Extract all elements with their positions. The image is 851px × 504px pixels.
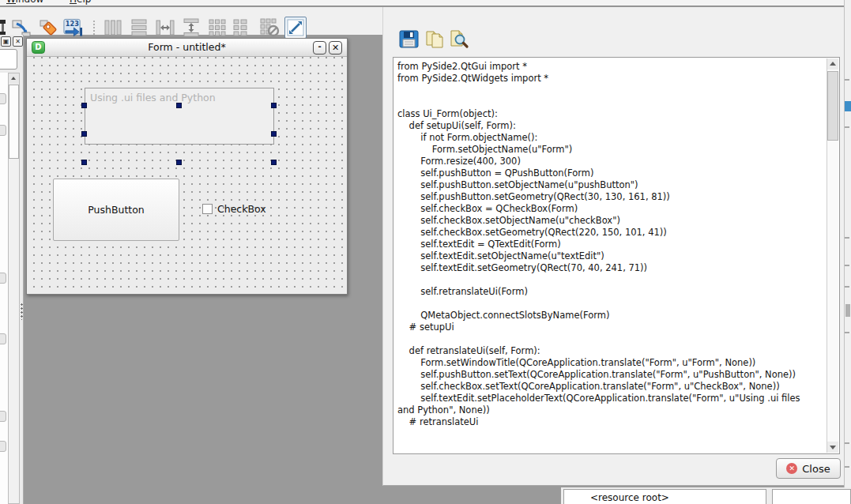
row-edge [845, 126, 849, 128]
close-icon: ✕ [786, 463, 797, 474]
selection-handle-nw[interactable] [81, 103, 87, 108]
menu-bar: Window Help [0, 0, 851, 6]
widget-category-item[interactable] [0, 333, 6, 344]
selection-handle-w[interactable] [81, 131, 87, 137]
layout-horizontal-glyph [104, 18, 122, 37]
widget-box-panel: ▣ ✕ [0, 35, 24, 504]
code-text: from PySide2.QtGui import * from PySide2… [397, 61, 823, 428]
resource-browser-panel: <resource root> [561, 487, 851, 504]
scroll-up-icon[interactable] [827, 58, 838, 70]
close-button-label: Close [802, 463, 830, 475]
break-layout-glyph [259, 17, 280, 38]
selection-handle-s[interactable] [176, 160, 182, 165]
close-window-button[interactable]: ✕ [329, 41, 342, 55]
lay-out-vertically-icon[interactable] [129, 17, 149, 38]
widget-category-item[interactable] [0, 273, 6, 284]
checkbox-indicator[interactable] [202, 204, 213, 214]
layout-v-splitter-glyph [182, 18, 201, 37]
scroll-up-icon[interactable] [9, 73, 19, 84]
row-edge [845, 442, 849, 444]
widget-category-item[interactable] [0, 125, 6, 136]
main-toolbar: 123 [0, 7, 382, 35]
widget-category-item[interactable] [0, 411, 6, 422]
row-edge [845, 332, 849, 333]
form-canvas[interactable]: Using .ui files and Python PushButton Ch… [27, 57, 347, 294]
scroll-down-icon[interactable] [827, 442, 838, 453]
selected-row-edge [845, 101, 851, 111]
copy-glyph [424, 29, 446, 50]
selection-handle-sw[interactable] [81, 160, 87, 165]
layout-h-splitter-glyph [156, 18, 175, 37]
textedit-placeholder: Using .ui files and Python [90, 92, 216, 103]
row-edge [845, 286, 849, 288]
find-icon[interactable] [449, 29, 469, 49]
row-edge [845, 79, 849, 81]
toolbar-separator [93, 20, 95, 36]
widget-box-scrollbar[interactable] [8, 73, 20, 504]
lay-out-horizontally-in-splitter-icon[interactable] [155, 17, 175, 38]
selection-handle-e[interactable] [271, 131, 277, 137]
layout-grid-glyph [208, 18, 227, 37]
selection-handle-ne[interactable] [271, 103, 277, 108]
form-window-titlebar[interactable]: D Form - untitled* - ✕ [27, 39, 347, 57]
widget-category-item[interactable] [0, 93, 6, 104]
edit-buddies-icon[interactable] [38, 17, 58, 38]
save-glyph [399, 29, 419, 49]
resource-tree[interactable]: <resource root> [563, 489, 766, 504]
selection-handle-n[interactable] [176, 103, 182, 108]
checkbox-widget[interactable]: CheckBox [202, 203, 266, 215]
close-dialog-button[interactable]: ✕ Close [776, 458, 841, 479]
resource-root-item[interactable]: <resource root> [590, 492, 669, 503]
textedit-widget[interactable]: Using .ui files and Python [85, 88, 274, 145]
break-layout-icon[interactable] [259, 17, 280, 38]
widget-category-item[interactable] [0, 441, 6, 452]
widget-filter-input[interactable] [0, 49, 17, 70]
row-edge [845, 237, 849, 239]
widget-box-list[interactable] [0, 73, 8, 504]
help-accelerator-underline [70, 3, 77, 4]
form-editor-window: D Form - untitled* - ✕ Using .ui files a… [26, 38, 348, 295]
scrollbar-thumb[interactable] [827, 71, 838, 141]
row-edge [845, 265, 849, 266]
resource-file-list[interactable] [772, 489, 851, 504]
property-editor-sliver [844, 0, 851, 487]
copy-icon[interactable] [424, 29, 444, 49]
scrollbar-thumb[interactable] [9, 85, 19, 159]
lay-out-in-form-layout-icon[interactable] [232, 17, 249, 38]
code-view[interactable]: from PySide2.QtGui import * from PySide2… [393, 57, 840, 454]
scrollbar-thumb[interactable] [845, 304, 850, 317]
checkbox-label: CheckBox [217, 203, 266, 215]
adjust-size-glyph [287, 19, 304, 36]
adjust-size-icon[interactable] [284, 17, 307, 39]
buddies-glyph [38, 17, 58, 38]
lay-out-horizontally-icon[interactable] [103, 17, 123, 38]
lay-out-in-grid-icon[interactable] [207, 17, 228, 38]
edit-tab-order-icon[interactable]: 123 [62, 17, 83, 38]
window-accelerator-underline [6, 3, 16, 4]
selection-handle-se[interactable] [271, 160, 277, 165]
dock-close-icon[interactable]: ✕ [13, 36, 23, 47]
menu-item-window[interactable]: Window [6, 0, 43, 5]
dock-float-icon[interactable]: ▣ [1, 36, 11, 47]
svg-text:123: 123 [66, 20, 79, 28]
view-code-dialog: from PySide2.QtGui import * from PySide2… [382, 7, 844, 486]
pushbutton-widget[interactable]: PushButton [53, 179, 179, 241]
lay-out-vertically-in-splitter-icon[interactable] [181, 17, 201, 38]
code-scrollbar[interactable] [827, 58, 838, 453]
form-window-title: Form - untitled* [27, 41, 347, 53]
layout-vertical-glyph [130, 18, 149, 37]
minimize-button[interactable]: - [313, 41, 326, 55]
tab-order-glyph: 123 [62, 17, 83, 39]
menu-item-help[interactable]: Help [70, 0, 91, 5]
layout-form-glyph [232, 18, 248, 37]
row-edge [845, 466, 849, 468]
dock-splitter-handle[interactable] [21, 303, 23, 320]
save-icon[interactable] [399, 29, 419, 49]
find-glyph [449, 29, 469, 50]
